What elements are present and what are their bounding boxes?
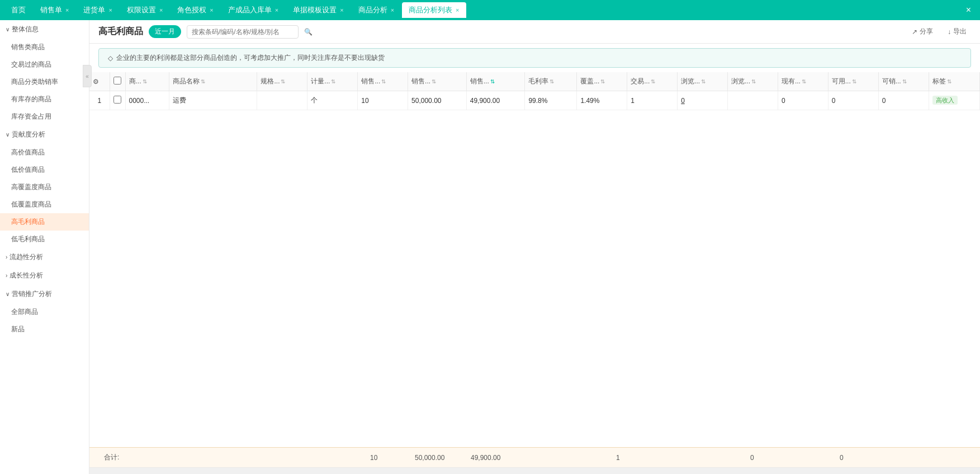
tab-template[interactable]: 单据模板设置 ×: [286, 2, 350, 18]
sort-icon: ⇅: [852, 78, 856, 85]
page-title: 高毛利商品: [98, 26, 143, 37]
footer-sales-amount: 50,000.00: [411, 454, 467, 462]
close-icon[interactable]: ×: [65, 7, 69, 13]
sidebar-item-category-rate[interactable]: 商品分类助销率: [0, 73, 89, 91]
col-tag[interactable]: 标签 ⇅: [929, 72, 980, 91]
close-icon[interactable]: ×: [275, 7, 278, 13]
chevron-down-icon: ∨: [6, 132, 10, 138]
view1-link[interactable]: 0: [681, 97, 685, 105]
col-unit[interactable]: 计量... ⇅: [307, 72, 358, 91]
sidebar-item-low-value[interactable]: 低价值商品: [0, 161, 89, 179]
close-icon[interactable]: ×: [391, 7, 394, 13]
sort-icon: ⇅: [651, 78, 655, 85]
sort-icon: ⇅: [600, 78, 605, 85]
col-available-stock[interactable]: 可用... ⇅: [828, 72, 878, 91]
row-current-stock: 0: [778, 91, 828, 110]
export-button[interactable]: ↓ 导出: [943, 25, 971, 39]
data-table: ⚙ 商... ⇅ 商品名称: [89, 72, 980, 110]
sidebar-item-sales-goods[interactable]: 销售类商品: [0, 39, 89, 56]
settings-icon[interactable]: ⚙: [93, 78, 99, 86]
select-all-checkbox[interactable]: [113, 77, 121, 85]
col-coverage[interactable]: 覆盖... ⇅: [577, 72, 627, 91]
table-container[interactable]: ⚙ 商... ⇅ 商品名称: [89, 72, 980, 447]
horizontal-scrollbar[interactable]: [89, 467, 980, 474]
chevron-right-icon: ›: [6, 273, 7, 279]
top-nav: 首页 销售单 × 进货单 × 权限设置 × 角色授权 × 产成品入库单 × 单据…: [0, 0, 980, 20]
sidebar-section-trend[interactable]: › 流趋性分析: [0, 248, 89, 266]
row-gross-margin: 99.8%: [525, 91, 577, 110]
sidebar-item-all-goods[interactable]: 全部商品: [0, 303, 89, 321]
close-all-button[interactable]: ×: [962, 5, 976, 15]
tab-permission[interactable]: 权限设置 ×: [120, 2, 169, 18]
footer-total-row: 合计: 10 50,000.00 49,900.00 1 0 0: [89, 447, 980, 467]
sidebar-item-new-goods[interactable]: 新品: [0, 321, 89, 338]
sidebar: ∨ 整体信息 销售类商品 交易过的商品 商品分类助销率 有库存的商品 库存资金占…: [0, 20, 89, 474]
sidebar-item-traded-goods[interactable]: 交易过的商品: [0, 56, 89, 73]
col-view2[interactable]: 浏览... ⇅: [728, 72, 778, 91]
sidebar-item-stock-capital[interactable]: 库存资金占用: [0, 108, 89, 125]
col-sales-count[interactable]: 销售... ⇅: [358, 72, 408, 91]
row-view1[interactable]: 0: [678, 91, 728, 110]
filter-recent-month-button[interactable]: 近一月: [149, 25, 181, 38]
col-gross-margin[interactable]: 毛利率 ⇅: [525, 72, 577, 91]
sort-icon: ⇅: [331, 78, 335, 85]
col-settings[interactable]: ⚙: [89, 72, 110, 91]
sort-icon: ⇅: [751, 78, 756, 85]
tab-product-analysis-list[interactable]: 商品分析列表 ×: [402, 2, 466, 18]
footer-saleable-stock: 0: [836, 454, 881, 462]
search-icon[interactable]: 🔍: [304, 28, 313, 36]
col-sales-amount[interactable]: 销售... ⇅: [408, 72, 467, 91]
sidebar-section-growth[interactable]: › 成长性分析: [0, 266, 89, 285]
share-button[interactable]: ↗ 分享: [907, 25, 938, 39]
sidebar-item-high-margin[interactable]: 高毛利商品: [0, 213, 89, 231]
row-name: 运费: [169, 91, 257, 110]
sort-icon: ⇅: [490, 78, 495, 85]
sidebar-item-in-stock[interactable]: 有库存的商品: [0, 91, 89, 108]
sort-icon: ⇅: [550, 78, 554, 85]
tab-product-inbound[interactable]: 产成品入库单 ×: [221, 2, 285, 18]
main-layout: ∨ 整体信息 销售类商品 交易过的商品 商品分类助销率 有库存的商品 库存资金占…: [0, 20, 980, 474]
row-checkbox[interactable]: [113, 96, 121, 104]
col-sales-profit[interactable]: 销售... ⇅: [466, 72, 525, 91]
tab-role[interactable]: 角色授权 ×: [171, 2, 220, 18]
tab-purchase[interactable]: 进货单 ×: [77, 2, 119, 18]
row-code: 0000...: [125, 91, 169, 110]
sidebar-item-low-margin[interactable]: 低毛利商品: [0, 231, 89, 248]
close-icon[interactable]: ×: [159, 7, 163, 13]
col-checkbox[interactable]: [110, 72, 125, 91]
col-saleable-stock[interactable]: 可销... ⇅: [878, 72, 929, 91]
table-row: 1 0000... 运费 个 10 50,000.00 49,900.00 99…: [89, 91, 980, 110]
tab-sales[interactable]: 销售单 ×: [34, 2, 75, 18]
close-icon[interactable]: ×: [108, 7, 112, 13]
col-view1[interactable]: 浏览... ⇅: [678, 72, 728, 91]
sidebar-item-high-coverage[interactable]: 高覆盖度商品: [0, 179, 89, 196]
sort-icon: ⇅: [281, 78, 285, 85]
close-icon[interactable]: ×: [340, 7, 343, 13]
row-saleable-stock: 0: [878, 91, 929, 110]
col-name[interactable]: 商品名称 ⇅: [169, 72, 257, 91]
col-code[interactable]: 商... ⇅: [125, 72, 169, 91]
footer-current-stock: 0: [747, 454, 792, 462]
sort-icon: ⇅: [902, 78, 907, 85]
sidebar-section-overall[interactable]: ∨ 整体信息: [0, 20, 89, 39]
tab-product-analysis[interactable]: 商品分析 ×: [352, 2, 401, 18]
footer-trade: 1: [613, 454, 657, 462]
row-spec: [257, 91, 307, 110]
col-trade[interactable]: 交易... ⇅: [627, 72, 678, 91]
row-index: 1: [89, 91, 110, 110]
footer-total-label: 合计:: [98, 453, 210, 462]
close-icon[interactable]: ×: [456, 7, 459, 13]
search-input[interactable]: [187, 25, 299, 39]
tab-home[interactable]: 首页: [4, 2, 32, 18]
col-spec[interactable]: 规格... ⇅: [257, 72, 307, 91]
close-icon[interactable]: ×: [210, 7, 213, 13]
row-checkbox-cell[interactable]: [110, 91, 125, 110]
row-tag: 高收入: [929, 91, 980, 110]
sidebar-section-contribution[interactable]: ∨ 贡献度分析: [0, 125, 89, 144]
sidebar-section-marketing[interactable]: ∨ 营销推广分析: [0, 285, 89, 303]
sidebar-item-low-coverage[interactable]: 低覆盖度商品: [0, 196, 89, 213]
row-unit: 个: [307, 91, 358, 110]
sidebar-collapse-button[interactable]: «: [83, 65, 92, 87]
col-current-stock[interactable]: 现有... ⇅: [778, 72, 828, 91]
sidebar-item-high-value[interactable]: 高价值商品: [0, 144, 89, 161]
